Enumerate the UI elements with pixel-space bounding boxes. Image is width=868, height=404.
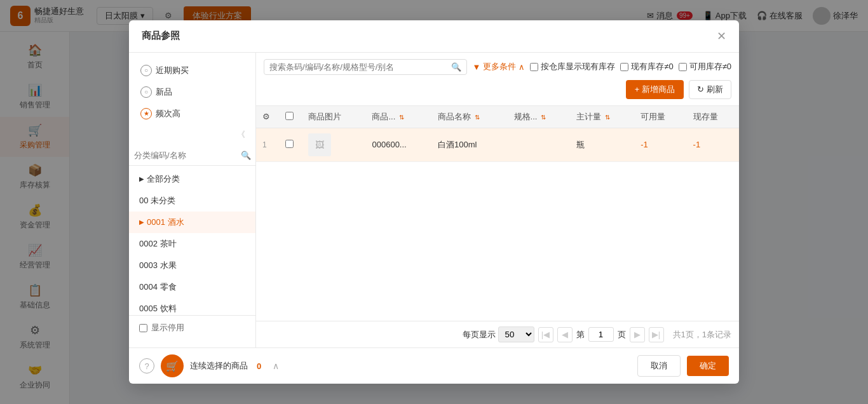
checkbox-warehouse-stock[interactable]: 按仓库显示现有库存 (530, 61, 615, 72)
checkbox-available-label: 可用库存≠0 (689, 61, 731, 72)
category-0004[interactable]: 0004 零食 (129, 276, 255, 298)
filter-icon: ▼ (472, 62, 480, 72)
image-icon: 🖼 (315, 140, 324, 150)
tab-freq-label: 频次高 (156, 108, 180, 119)
checkbox-available-nonzero[interactable]: 可用库存≠0 (679, 61, 731, 72)
checkbox-nonzero-input[interactable] (620, 63, 628, 71)
filter-button[interactable]: ▼ 更多条件 ∧ (472, 61, 525, 72)
continuous-label: 连续选择的商品 (190, 360, 248, 372)
recent-icon: ○ (140, 65, 152, 76)
product-search-box: 🔍 (264, 59, 467, 75)
tab-new-products[interactable]: ○ 新品 (134, 82, 250, 102)
per-page-dropdown[interactable]: 50 20 100 (498, 327, 534, 342)
category-0005-label: 0005 饮料 (139, 303, 177, 314)
th-code-label: 商品... (372, 112, 395, 121)
refresh-button[interactable]: ↻ 刷新 (689, 80, 731, 99)
th-name[interactable]: 商品名称 ⇅ (431, 106, 508, 128)
pagination: 每页显示 50 20 100 |◀ ◀ 第 页 (256, 321, 739, 347)
table-header-row: ⚙ 商品图片 商品... ⇅ (256, 106, 739, 128)
collapse-footer-icon[interactable]: ∧ (273, 361, 279, 371)
select-all-checkbox[interactable] (285, 112, 294, 120)
category-search-icon[interactable]: 🔍 (241, 151, 251, 160)
add-product-button[interactable]: + 新增商品 (626, 80, 684, 99)
category-0002-label: 0002 茶叶 (139, 238, 177, 250)
product-image: 🖼 (308, 133, 331, 156)
checkbox-nonzero-stock[interactable]: 现有库存≠0 (620, 61, 673, 72)
modal-footer: ? 🛒 连续选择的商品 0 ∧ 取消 确定 (129, 347, 739, 384)
tab-recent-purchase[interactable]: ○ 近期购买 (134, 60, 250, 81)
category-00[interactable]: 00 未分类 (129, 190, 255, 212)
help-button[interactable]: ? (139, 358, 154, 374)
last-page-button[interactable]: ▶| (649, 327, 664, 342)
cancel-button[interactable]: 取消 (637, 355, 681, 377)
row-img: 🖼 (302, 128, 365, 161)
modal-close-button[interactable]: ✕ (717, 29, 726, 43)
tab-recent-label: 近期购买 (156, 65, 189, 76)
product-table-area: ⚙ 商品图片 商品... ⇅ (256, 106, 739, 321)
per-page-select: 每页显示 50 20 100 (463, 327, 534, 342)
tab-new-label: 新品 (156, 86, 172, 98)
row-num: 1 (256, 128, 279, 161)
left-tabs: ○ 近期购买 ○ 新品 ★ 频次高 (129, 60, 255, 124)
chevron-up-icon: ∧ (519, 62, 525, 72)
category-0004-label: 0004 零食 (139, 281, 177, 293)
sort-name-icon: ⇅ (475, 114, 480, 121)
checkbox-available-input[interactable] (679, 63, 687, 71)
confirm-button[interactable]: 确定 (687, 356, 729, 376)
th-unit[interactable]: 主计量 ⇅ (570, 106, 634, 128)
show-disabled-checkbox[interactable] (139, 324, 147, 332)
filter-label: 更多条件 (483, 61, 516, 72)
modal-overlay: 商品参照 ✕ ○ 近期购买 ○ 新品 (0, 0, 868, 404)
row-spec (508, 128, 570, 161)
th-spec-label: 规格... (514, 112, 538, 121)
th-spec[interactable]: 规格... ⇅ (508, 106, 570, 128)
product-table: ⚙ 商品图片 商品... ⇅ (256, 106, 739, 162)
row-available: -1 (634, 128, 686, 161)
right-panel: 🔍 ▼ 更多条件 ∧ 按仓库显示现有库存 (256, 53, 739, 347)
product-search-input[interactable] (269, 62, 449, 72)
modal-dialog: 商品参照 ✕ ○ 近期购买 ○ 新品 (129, 20, 739, 384)
checkbox-warehouse-input[interactable] (530, 63, 538, 71)
page-input[interactable] (588, 327, 614, 342)
left-panel: ○ 近期购买 ○ 新品 ★ 频次高 (129, 53, 256, 347)
row-checkbox[interactable] (285, 140, 294, 148)
category-0005[interactable]: 0005 饮料 (129, 298, 255, 315)
tab-high-frequency[interactable]: ★ 频次高 (134, 104, 250, 124)
main-layout: 🏠 首页 📊 销售管理 🛒 采购管理 📦 库存核算 💰 资金管理 📈 经营管理 … (0, 32, 868, 404)
modal-header: 商品参照 ✕ (129, 20, 739, 53)
th-code[interactable]: 商品... ⇅ (365, 106, 431, 128)
row-checkbox-cell (279, 128, 302, 161)
modal-title: 商品参照 (142, 30, 180, 42)
product-search-icon[interactable]: 🔍 (451, 62, 461, 72)
row-stock: -1 (687, 128, 739, 161)
category-0003[interactable]: 0003 水果 (129, 255, 255, 276)
category-search-row: 🔍 (129, 145, 255, 166)
content-area: 商品参照 ✕ ○ 近期购买 ○ 新品 (70, 32, 868, 404)
category-all[interactable]: ▶ 全部分类 (129, 168, 255, 190)
category-0003-label: 0003 水果 (139, 260, 177, 271)
star-icon: ★ (140, 108, 152, 119)
cart-count: 0 (257, 361, 261, 371)
refresh-icon: ↻ (697, 84, 704, 94)
table-row[interactable]: 1 🖼 (256, 128, 739, 161)
category-search-input[interactable] (134, 151, 241, 160)
category-0001[interactable]: ▶ 0001 酒水 (129, 212, 255, 233)
th-available: 可用量 (634, 106, 686, 128)
sort-spec-icon: ⇅ (541, 114, 546, 121)
cart-button[interactable]: 🛒 (161, 354, 184, 377)
collapse-button[interactable]: 《 (232, 126, 250, 143)
category-list: ▶ 全部分类 00 未分类 ▶ 0001 酒水 0002 茶 (129, 168, 255, 315)
th-unit-label: 主计量 (576, 112, 601, 121)
arrow-right-icon: ▶ (139, 175, 144, 182)
th-img: 商品图片 (302, 106, 365, 128)
th-settings[interactable]: ⚙ (256, 106, 279, 128)
show-disabled-row: 显示停用 (129, 315, 255, 340)
first-page-button[interactable]: |◀ (538, 327, 553, 342)
next-page-button[interactable]: ▶ (630, 327, 645, 342)
prev-page-button[interactable]: ◀ (557, 327, 573, 342)
arrow-active-icon: ▶ (139, 219, 144, 226)
sort-unit-icon: ⇅ (605, 114, 610, 121)
category-0002[interactable]: 0002 茶叶 (129, 233, 255, 255)
category-00-label: 00 未分类 (139, 195, 175, 206)
row-unit: 瓶 (570, 128, 634, 161)
